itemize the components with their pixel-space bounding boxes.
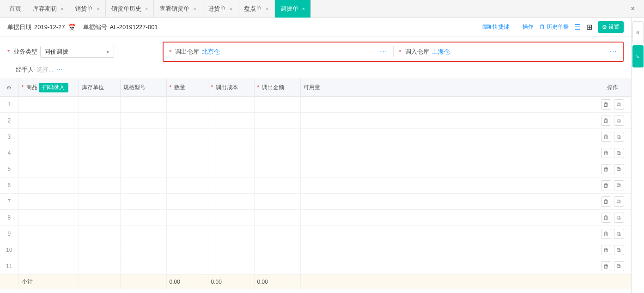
transfer-in-value[interactable]: 上海仓 — [432, 48, 450, 56]
tab-close-view-sales[interactable]: × — [193, 6, 196, 12]
scan-button[interactable]: 扫码录入 — [39, 83, 68, 92]
copy-row-8-btn[interactable]: ⧉ — [614, 213, 624, 223]
business-type-select[interactable]: 同价调拨 ▼ — [40, 46, 114, 58]
delete-row-5-btn[interactable]: 🗑 — [601, 164, 611, 174]
tab-close-transfer[interactable]: × — [302, 6, 305, 12]
form-row-1: * 业务类型 同价调拨 ▼ * 调出仓库 北京仓 ··· * 调入仓库 — [7, 42, 624, 62]
number-field: 单据编号 AL-20191227-001 — [83, 23, 158, 31]
table-row: 4 🗑 ⧉ — [0, 145, 631, 161]
tab-close-stocktake[interactable]: × — [266, 6, 268, 12]
transfer-out-more-btn[interactable]: ··· — [380, 48, 387, 56]
tab-sales-history[interactable]: 销货单历史 × — [106, 0, 154, 18]
tab-view-sales[interactable]: 查看销货单 × — [154, 0, 202, 18]
layout-icon-2[interactable]: ⊞ — [586, 23, 592, 31]
col-ops-header: 操作 — [594, 79, 631, 97]
date-value: 2019-12-27 — [34, 24, 65, 31]
delete-row-3-btn[interactable]: 🗑 — [601, 132, 611, 142]
copy-row-6-btn[interactable]: ⧉ — [614, 180, 624, 190]
row-3-actions: 🗑 ⧉ — [597, 132, 628, 142]
delete-row-7-btn[interactable]: 🗑 — [601, 196, 611, 207]
copy-row-7-btn[interactable]: ⧉ — [614, 196, 624, 207]
field-divider — [393, 46, 394, 57]
tab-inventory-init[interactable]: 库存期初 × — [27, 0, 69, 18]
tab-close-purchase-order[interactable]: × — [230, 6, 232, 12]
delete-row-10-btn[interactable]: 🗑 — [601, 245, 611, 255]
row-4-actions: 🗑 ⧉ — [597, 148, 628, 158]
sidebar-expand-btn[interactable]: ↗ — [632, 45, 644, 67]
calendar-icon[interactable]: 📅 — [68, 24, 76, 31]
transfer-in-more-btn[interactable]: ··· — [610, 48, 617, 56]
copy-row-5-btn[interactable]: ⧉ — [614, 164, 624, 174]
tab-close-sales-history[interactable]: × — [145, 6, 148, 12]
row-8-actions: 🗑 ⧉ — [597, 213, 628, 223]
row-10-actions: 🗑 ⧉ — [597, 245, 628, 255]
tab-transfer[interactable]: 调拨单 × — [275, 0, 311, 18]
required-star-2: * — [169, 49, 171, 55]
form-area: * 业务类型 同价调拨 ▼ * 调出仓库 北京仓 ··· * 调入仓库 — [0, 37, 631, 79]
tab-close-sales-order[interactable]: × — [97, 6, 99, 12]
delete-row-1-btn[interactable]: 🗑 — [601, 99, 611, 110]
copy-row-4-btn[interactable]: ⧉ — [614, 148, 624, 158]
number-value: AL-20191227-001 — [110, 24, 158, 31]
window-close-button[interactable]: × — [626, 1, 640, 16]
table-row: 2 🗑 ⧉ — [0, 113, 631, 129]
copy-row-9-btn[interactable]: ⧉ — [614, 229, 624, 239]
keyboard-icon: ⌨ — [482, 24, 491, 31]
table-row: 5 🗑 ⧉ — [0, 161, 631, 177]
warehouse-box: * 调出仓库 北京仓 ··· * 调入仓库 上海仓 ··· — [163, 42, 624, 62]
table-row: 6 🗑 ⧉ — [0, 177, 631, 194]
transfer-out-field: * 调出仓库 北京仓 ··· — [169, 48, 388, 56]
shortcut-btn[interactable]: ⌨ 快捷键 — [482, 23, 509, 31]
business-type-value: 同价调拨 — [44, 48, 68, 56]
col-settings[interactable]: ⚙ — [0, 79, 18, 97]
delete-row-11-btn[interactable]: 🗑 — [601, 261, 611, 271]
tab-stocktake[interactable]: 盘点单 × — [238, 0, 274, 18]
delete-row-9-btn[interactable]: 🗑 — [601, 229, 611, 239]
copy-row-10-btn[interactable]: ⧉ — [614, 245, 624, 255]
copy-row-1-btn[interactable]: ⧉ — [614, 99, 624, 110]
col-available-header: 可用量 — [300, 79, 594, 97]
delete-row-2-btn[interactable]: 🗑 — [601, 116, 611, 126]
tab-home[interactable]: 首页 — [4, 0, 27, 18]
copy-row-11-btn[interactable]: ⧉ — [614, 261, 624, 271]
tab-sales-order[interactable]: 销货单 × — [69, 0, 105, 18]
main-table: ⚙ * 商品 扫码录入 库存单位 规格型号 * 数量 — [0, 79, 631, 289]
col-cost-header: * 调出成本 — [208, 79, 254, 97]
row-6-actions: 🗑 ⧉ — [597, 180, 628, 190]
row-1-actions: 🗑 ⧉ — [597, 99, 628, 110]
right-sidebar: ≡ ↗ — [631, 18, 644, 293]
col-amount-header: * 调出金额 — [254, 79, 300, 97]
delete-row-4-btn[interactable]: 🗑 — [601, 148, 611, 158]
row-5-actions: 🗑 ⧉ — [597, 164, 628, 174]
person-field: 经手人 选择... ··· — [7, 66, 62, 74]
table-row: 8 🗑 ⧉ — [0, 210, 631, 226]
table-row: 9 🗑 ⧉ — [0, 226, 631, 242]
person-more-btn[interactable]: ··· — [56, 66, 62, 74]
transfer-in-label: 调入仓库 — [405, 48, 429, 56]
subtotal-label: 小计 — [18, 275, 79, 289]
row-9-actions: 🗑 ⧉ — [597, 229, 628, 239]
row-7-actions: 🗑 ⧉ — [597, 196, 628, 207]
transfer-out-value[interactable]: 北京仓 — [202, 48, 220, 56]
settings-button[interactable]: ⚙ 设置 — [598, 21, 624, 33]
delete-row-6-btn[interactable]: 🗑 — [601, 180, 611, 190]
table-row: 1 🗑 ⧉ — [0, 97, 631, 113]
header-actions: ⌨ 快捷键 操作 🗒 历史单据 ☰ ⊞ ⚙ 设置 — [482, 21, 624, 33]
copy-row-2-btn[interactable]: ⧉ — [614, 116, 624, 126]
tab-close-inventory-init[interactable]: × — [61, 6, 63, 12]
person-label: 经手人 — [16, 66, 34, 74]
sidebar-notes-btn[interactable]: ≡ — [632, 21, 644, 43]
required-star-3: * — [399, 49, 401, 55]
tab-bar: 首页 库存期初 × 销货单 × 销货单历史 × 查看销货单 × 进货单 × 盘点… — [0, 0, 644, 18]
operations-btn[interactable]: 操作 — [515, 23, 534, 31]
table-header-row: ⚙ * 商品 扫码录入 库存单位 规格型号 * 数量 — [0, 79, 631, 97]
history-btn[interactable]: 🗒 历史单据 — [539, 23, 569, 31]
table-container: ⚙ * 商品 扫码录入 库存单位 规格型号 * 数量 — [0, 79, 631, 293]
tab-purchase-order[interactable]: 进货单 × — [202, 0, 238, 18]
delete-row-8-btn[interactable]: 🗑 — [601, 213, 611, 223]
col-unit-header: 库存单位 — [79, 79, 120, 97]
subtotal-amount: 0.00 — [254, 275, 300, 289]
copy-row-3-btn[interactable]: ⧉ — [614, 132, 624, 142]
layout-icon-1[interactable]: ☰ — [574, 23, 581, 31]
person-input[interactable]: 选择... — [36, 66, 54, 74]
